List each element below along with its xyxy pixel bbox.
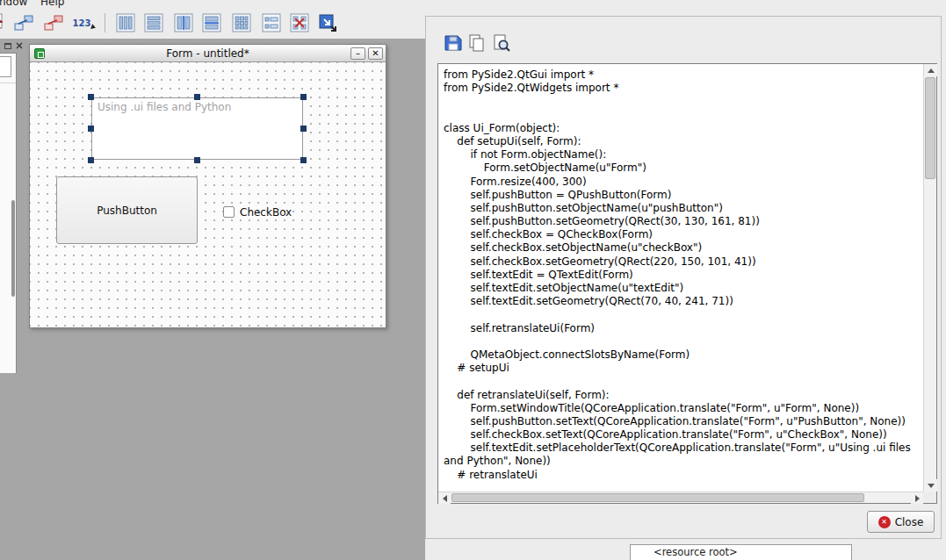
float-icon [4, 43, 11, 49]
menu-window[interactable]: Window [0, 0, 27, 8]
code-line: self.checkBox.setGeometry(QRect(220, 150… [444, 255, 923, 269]
scrollbar-corner [923, 492, 936, 503]
break-layout-icon[interactable] [288, 11, 311, 34]
code-line: # setupUi [444, 362, 923, 375]
selection-handle[interactable] [300, 126, 307, 132]
code-line: self.checkBox.setObjectName(u"checkBox") [444, 241, 923, 255]
code-viewport[interactable]: from PySide2.QtGui import *from PySide2.… [438, 64, 923, 492]
layout-vertical-icon[interactable] [142, 11, 165, 34]
edit-buddies-icon[interactable] [42, 11, 65, 34]
code-line: self.pushButton.setObjectName(u"pushButt… [444, 202, 923, 215]
layout-horizontal-icon[interactable] [114, 11, 137, 34]
edit-signals-slots-icon[interactable] [12, 11, 35, 34]
code-line: class Ui_Form(object): [444, 122, 923, 135]
code-line: Form.setObjectName(u"Form") [444, 162, 923, 175]
code-line: self.textEdit.setObjectName(u"textEdit") [444, 282, 923, 295]
main-toolbar: 123 [0, 8, 425, 39]
copy-all-icon[interactable] [466, 32, 487, 54]
menu-help[interactable]: Help [40, 0, 64, 8]
toolbar-separator [105, 13, 105, 32]
close-icon [16, 42, 23, 49]
scroll-left-button[interactable] [438, 492, 451, 504]
widget-filter-input[interactable] [0, 56, 11, 77]
code-line: QMetaObject.connectSlotsByName(Form) [444, 348, 923, 362]
checkbox-label: CheckBox [240, 206, 292, 219]
minimize-button[interactable]: – [350, 47, 365, 60]
code-line: self.textEdit = QTextEdit(Form) [444, 269, 923, 282]
widget-box-panel [0, 53, 17, 373]
horizontal-scrollbar[interactable] [438, 492, 923, 503]
form-canvas[interactable]: Using .ui files and Python PushButton Ch… [30, 62, 386, 327]
resource-browser-panel: <resource root> [630, 544, 852, 560]
tab-order-glyph: 123 [73, 18, 91, 28]
layout-vertical-splitter-icon[interactable] [200, 11, 223, 34]
qt-designer-screen: Window Help 123 [0, 0, 946, 560]
code-line: self.pushButton.setText(QCoreApplication… [444, 415, 923, 428]
textedit-placeholder: Using .ui files and Python [92, 98, 302, 116]
code-line: from PySide2.QtGui import * [444, 68, 923, 82]
code-line: self.retranslateUi(Form) [444, 322, 923, 335]
code-line: def setupUi(self, Form): [444, 135, 923, 148]
layout-form-icon[interactable] [260, 11, 283, 34]
layout-grid-icon[interactable] [230, 11, 253, 34]
code-line: self.checkBox.setText(QCoreApplication.t… [444, 428, 923, 442]
scroll-right-button[interactable] [911, 492, 923, 504]
code-line: self.textEdit.setPlaceholderText(QCoreAp… [444, 442, 923, 455]
selection-handle[interactable] [194, 157, 200, 163]
menubar: Window Help [0, 0, 425, 8]
code-line: self.pushButton.setGeometry(QRect(30, 13… [444, 215, 923, 228]
code-line [444, 308, 923, 321]
selection-handle[interactable] [88, 94, 94, 100]
code-line: self.textEdit.setGeometry(QRect(70, 40, … [444, 295, 923, 308]
selection-handle[interactable] [300, 157, 307, 163]
code-line: from PySide2.QtWidgets import * [444, 82, 923, 95]
vertical-scrollbar-thumb[interactable] [925, 77, 935, 179]
red-close-circle-icon: ✕ [878, 516, 891, 528]
resource-root-item[interactable]: <resource root> [631, 545, 851, 558]
checkbox-widget[interactable]: CheckBox [223, 194, 312, 230]
code-line: # retranslateUi [444, 469, 923, 482]
dock-close-button[interactable] [14, 40, 25, 51]
adjust-size-icon[interactable] [316, 11, 339, 34]
widget-box-scrollbar-thumb[interactable] [11, 200, 15, 297]
layout-horizontal-splitter-icon[interactable] [172, 11, 195, 34]
code-line [444, 109, 923, 122]
scroll-up-button[interactable] [924, 64, 937, 76]
checkbox-indicator[interactable] [223, 206, 235, 218]
horizontal-scrollbar-thumb[interactable] [451, 493, 864, 502]
form-window-titlebar[interactable]: Form - untitled* – ✕ [30, 45, 386, 62]
selection-handle[interactable] [88, 126, 94, 132]
code-line [444, 335, 923, 348]
vertical-scrollbar[interactable] [923, 64, 936, 492]
selection-handle[interactable] [300, 94, 307, 100]
code-line: and Python", None)) [444, 455, 923, 468]
save-icon[interactable] [443, 32, 464, 54]
code-line: self.pushButton = QPushButton(Form) [444, 189, 923, 202]
code-viewer-dialog: from PySide2.QtGui import *from PySide2.… [425, 16, 942, 539]
close-button[interactable]: ✕ [368, 47, 383, 60]
dock-float-button[interactable] [3, 40, 13, 51]
code-line [444, 95, 923, 108]
code-line [444, 375, 923, 388]
textedit-widget[interactable]: Using .ui files and Python [91, 97, 303, 160]
code-line: self.checkBox = QCheckBox(Form) [444, 228, 923, 241]
code-line: Form.resize(400, 300) [444, 176, 923, 189]
code-line: def retranslateUi(self, Form): [444, 389, 923, 402]
close-button-label: Close [895, 516, 924, 528]
find-icon[interactable] [491, 32, 512, 54]
edit-tab-order-icon[interactable]: 123 [70, 11, 93, 34]
selection-handle[interactable] [88, 157, 94, 163]
form-window-title: Form - untitled* [30, 47, 386, 60]
dialog-close-button[interactable]: ✕ Close [867, 511, 935, 533]
scroll-down-button[interactable] [924, 479, 937, 492]
clipped-toolbar-icon[interactable] [0, 11, 10, 34]
code-line: if not Form.objectName(): [444, 148, 923, 162]
form-editor-window: Form - untitled* – ✕ Using .ui files and… [29, 44, 386, 328]
code-area: from PySide2.QtGui import *from PySide2.… [437, 63, 937, 504]
selection-handle[interactable] [194, 94, 200, 100]
pushbutton-widget[interactable]: PushButton [56, 176, 198, 244]
code-line: Form.setWindowTitle(QCoreApplication.tra… [444, 402, 923, 415]
widget-box-separator [0, 83, 16, 83]
